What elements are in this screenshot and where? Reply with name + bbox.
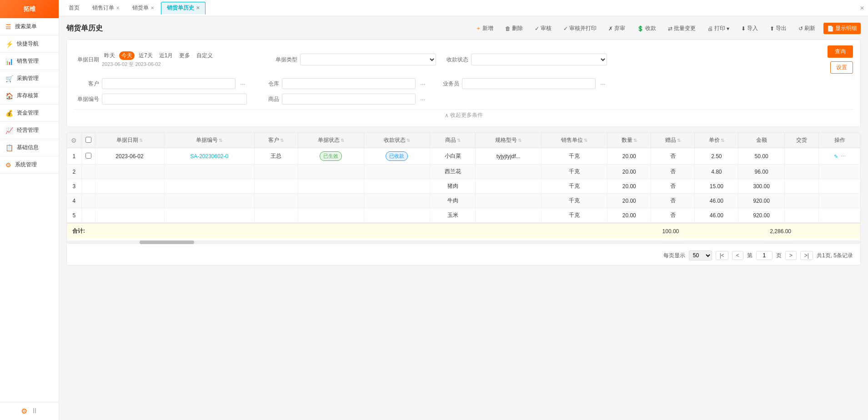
- sort-pay-status[interactable]: 收款状态: [384, 136, 410, 144]
- tab-sales-order[interactable]: 销售订单 ✕: [86, 2, 125, 15]
- sidebar-item-inventory[interactable]: 🏠 库存核算: [0, 87, 59, 105]
- tab-close-sales-history[interactable]: ✕: [196, 5, 200, 10]
- sidebar-item-ops-mgmt[interactable]: 📈 经营管理: [0, 122, 59, 139]
- sidebar-item-sales-mgmt[interactable]: 📊 销售管理: [0, 53, 59, 70]
- warehouse-picker-btn[interactable]: ···: [418, 80, 427, 87]
- col-qty[interactable]: 数量: [607, 133, 651, 148]
- delete-button[interactable]: 🗑 删除: [502, 23, 527, 34]
- sort-qty[interactable]: 数量: [622, 136, 637, 144]
- sidebar-item-label: 资金管理: [17, 109, 39, 117]
- col-goods[interactable]: 商品: [430, 133, 476, 148]
- query-button[interactable]: 查询: [828, 45, 853, 58]
- tab-close-sales-goods[interactable]: ✕: [151, 5, 154, 10]
- date-group: 昨天 今天 近7天 近1月 更多 自定义 2023-06-02 至 2023-0…: [102, 51, 215, 68]
- col-unit[interactable]: 销售单位: [542, 133, 607, 148]
- sort-spec[interactable]: 规格型号: [495, 136, 522, 144]
- tab-sales-goods[interactable]: 销货单 ✕: [126, 2, 160, 15]
- action-edit-btn[interactable]: ✎: [834, 154, 838, 159]
- sort-gift[interactable]: 赠品: [665, 136, 681, 144]
- doc-type-select[interactable]: [300, 54, 436, 65]
- audit-print-button[interactable]: ✓ 审核并打印: [560, 23, 600, 34]
- action-more-btn[interactable]: ⋯: [841, 154, 846, 159]
- last-page-button[interactable]: >|: [800, 251, 813, 260]
- row-checkbox[interactable]: [85, 153, 91, 159]
- tab-close-sales-order[interactable]: ✕: [116, 5, 120, 10]
- cell-action: [819, 179, 860, 194]
- page-number-input[interactable]: [756, 251, 773, 260]
- col-gift[interactable]: 赠品: [651, 133, 695, 148]
- cell-deal: [784, 208, 819, 223]
- sidebar-item-search-menu[interactable]: ☰ 搜索菜单: [0, 18, 59, 35]
- sidebar-item-purchase-mgmt[interactable]: 🛒 采购管理: [0, 70, 59, 87]
- col-spec[interactable]: 规格型号: [476, 133, 542, 148]
- sidebar-item-quick-nav[interactable]: ⚡ 快捷导航: [0, 35, 59, 53]
- sidebar-settings-icon[interactable]: ⚙: [21, 407, 27, 415]
- date-shortcut-more[interactable]: 更多: [177, 51, 192, 60]
- doc-no-link[interactable]: SA-20230602-0: [190, 153, 228, 160]
- goods-input[interactable]: [282, 94, 416, 105]
- cell-pay-status: 已收款: [364, 148, 430, 165]
- audit-button[interactable]: ✓ 审核: [531, 23, 555, 34]
- sidebar-item-finance[interactable]: 💰 资金管理: [0, 105, 59, 122]
- tab-home[interactable]: 首页: [63, 2, 85, 15]
- col-doc-date[interactable]: 单据日期: [95, 133, 164, 148]
- sort-unit[interactable]: 销售单位: [561, 136, 587, 144]
- import-button[interactable]: ⬇ 导入: [738, 23, 762, 34]
- sort-price[interactable]: 单价: [709, 136, 724, 144]
- tab-close-all-button[interactable]: ✕: [860, 5, 864, 11]
- horizontal-scrollbar[interactable]: [67, 240, 860, 244]
- sort-doc-no[interactable]: 单据编号: [196, 136, 222, 144]
- new-button[interactable]: ＋ 新增: [472, 23, 497, 34]
- col-price[interactable]: 单价: [695, 133, 738, 148]
- goods-picker-btn[interactable]: ···: [418, 96, 427, 103]
- export-button[interactable]: ⬆ 导出: [766, 23, 790, 34]
- date-shortcut-7days[interactable]: 近7天: [136, 51, 155, 60]
- collect-button[interactable]: 💲 收款: [633, 23, 660, 34]
- refresh-button[interactable]: ↺ 刷新: [795, 23, 819, 34]
- print-button[interactable]: 🖨 打印 ▾: [704, 23, 733, 34]
- date-shortcut-custom[interactable]: 自定义: [194, 51, 215, 60]
- select-all-checkbox[interactable]: [85, 137, 91, 143]
- doc-no-input[interactable]: [102, 94, 247, 105]
- customer-picker-btn[interactable]: ···: [238, 80, 247, 87]
- date-shortcut-today[interactable]: 今天: [119, 51, 135, 60]
- audit-print-icon: ✓: [563, 25, 568, 32]
- table-settings-icon[interactable]: ⚙: [71, 137, 77, 144]
- col-pay-status[interactable]: 收款状态: [364, 133, 430, 148]
- footer-total-amount: 2,286.00: [770, 228, 791, 235]
- customer-input[interactable]: [102, 78, 236, 89]
- sort-doc-date[interactable]: 单据日期: [116, 136, 143, 144]
- sort-goods[interactable]: 商品: [445, 136, 461, 144]
- sidebar-item-label: 销售管理: [17, 57, 39, 65]
- col-doc-status[interactable]: 单据状态: [298, 133, 364, 148]
- sidebar-item-sys-mgmt[interactable]: ⚙ 系统管理: [0, 156, 59, 174]
- collection-status-select[interactable]: [471, 54, 607, 65]
- col-doc-no[interactable]: 单据编号: [164, 133, 254, 148]
- staff-input[interactable]: [462, 78, 596, 89]
- abandon-button[interactable]: ✗ 弃审: [605, 23, 629, 34]
- per-page-select[interactable]: 50 100: [689, 250, 712, 260]
- date-shortcut-1month[interactable]: 近1月: [157, 51, 176, 60]
- cell-goods: 西兰花: [430, 165, 476, 179]
- sort-doc-status[interactable]: 单据状态: [318, 136, 344, 144]
- date-shortcut-yesterday[interactable]: 昨天: [102, 51, 117, 60]
- show-detail-button[interactable]: 📄 显示明细: [823, 23, 861, 34]
- collapse-filter-button[interactable]: ∧ 收起更多条件: [74, 109, 853, 121]
- sidebar-collapse-icon[interactable]: ⏸: [31, 407, 38, 415]
- next-page-button[interactable]: >: [785, 251, 797, 260]
- warehouse-input[interactable]: [282, 78, 416, 89]
- page-title: 销货单历史: [66, 24, 472, 33]
- filter-collection-status: 收款状态: [443, 54, 607, 65]
- sort-customer[interactable]: 客户: [268, 136, 284, 144]
- batch-change-button[interactable]: ⇄ 批量变更: [664, 23, 699, 34]
- filter-settings-button[interactable]: 设置: [830, 61, 853, 74]
- prev-page-button[interactable]: <: [732, 251, 743, 260]
- first-page-button[interactable]: |<: [716, 251, 728, 260]
- staff-picker-btn[interactable]: ···: [598, 80, 607, 87]
- col-gear[interactable]: ⚙: [67, 133, 81, 148]
- col-customer[interactable]: 客户: [254, 133, 298, 148]
- scrollbar-thumb[interactable]: [140, 240, 194, 244]
- tab-sales-history[interactable]: 销货单历史 ✕: [161, 2, 206, 15]
- total-info: 共1页, 5条记录: [817, 252, 853, 260]
- sidebar-item-basic-info[interactable]: 📋 基础信息: [0, 139, 59, 156]
